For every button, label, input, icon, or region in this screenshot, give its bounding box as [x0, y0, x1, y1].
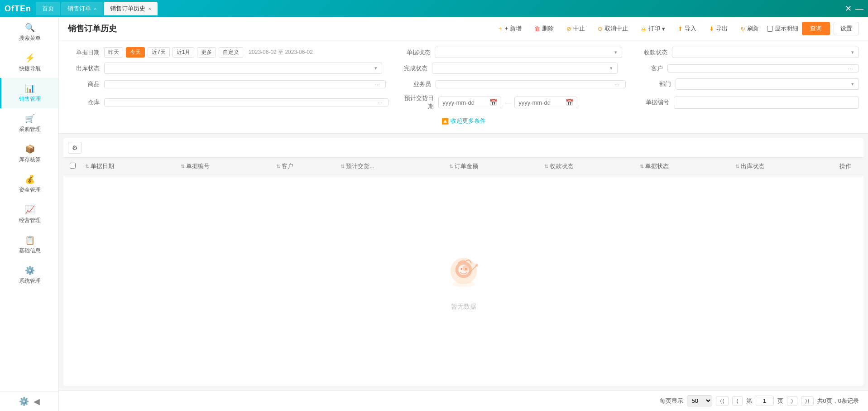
tab-sales-order-history[interactable]: 销售订单历史 ×: [104, 2, 157, 15]
svg-point-6: [465, 268, 466, 270]
expected-date-end-cal-icon[interactable]: 📅: [566, 99, 573, 106]
out-status-select[interactable]: ▾: [104, 63, 382, 74]
receipt-status-select[interactable]: ▾: [672, 47, 859, 58]
collapse-button[interactable]: 🔼 收起更多条件: [68, 115, 859, 127]
sidebar-item-basic-info[interactable]: 📋 基础信息: [0, 230, 58, 260]
sidebar-item-inventory[interactable]: 📦 库存核算: [0, 139, 58, 169]
query-button[interactable]: 查询: [802, 22, 830, 35]
filter-row-2: 出库状态 ▾ 完成状态 ▾ 客户: [68, 63, 859, 74]
goods-label: 商品: [68, 80, 104, 88]
header-bill-status[interactable]: 单据状态: [636, 158, 732, 175]
expected-date-start[interactable]: [442, 99, 488, 106]
receipt-status-control: ▾: [672, 47, 859, 58]
collapse-sidebar-icon[interactable]: ◀: [34, 396, 40, 406]
system-icon: ⚙️: [25, 266, 35, 276]
header-amount[interactable]: 订单金额: [446, 158, 541, 175]
dept-arrow: ▾: [851, 81, 854, 87]
next-page-btn[interactable]: ⟩: [787, 396, 797, 406]
sales-icon: 📊: [25, 83, 35, 93]
bill-status-arrow: ▾: [614, 49, 617, 55]
export-icon: ⬇: [709, 25, 714, 32]
header-expected[interactable]: 预计交货...: [337, 158, 445, 175]
sidebar-item-search[interactable]: 🔍 搜索菜单: [0, 17, 58, 48]
expected-date-control: 📅 — 📅: [438, 97, 623, 108]
salesman-control: ···: [436, 80, 625, 88]
salesman-ellipsis-btn[interactable]: ···: [612, 81, 623, 88]
stop-icon: ⊘: [566, 25, 571, 32]
select-all-checkbox[interactable]: [70, 163, 76, 169]
page-size-select[interactable]: 50 10 20 100: [687, 395, 712, 406]
import-button[interactable]: ⬆ 导入: [673, 22, 701, 35]
date-1month-btn[interactable]: 近1月: [173, 47, 195, 58]
date-yesterday-btn[interactable]: 昨天: [104, 47, 123, 58]
complete-status-select[interactable]: ▾: [432, 63, 617, 74]
date-today-btn[interactable]: 今天: [126, 47, 145, 58]
goods-ellipsis-btn[interactable]: ···: [372, 81, 383, 88]
svg-point-4: [462, 265, 468, 271]
sidebar-item-search-label: 搜索菜单: [19, 34, 41, 42]
sidebar-item-system[interactable]: ⚙️ 系统管理: [0, 260, 58, 290]
show-detail-label: 显示明细: [767, 24, 798, 33]
sidebar-item-sales[interactable]: 📊 销售管理: [0, 78, 58, 108]
header-date[interactable]: 单据日期: [82, 158, 177, 175]
toolbar: ＋ + 新增 🗑 删除 ⊘ 中止 ⊙ 取消中止 🖨 打印: [493, 22, 859, 35]
export-button[interactable]: ⬇ 导出: [705, 22, 732, 35]
column-settings-button[interactable]: ⚙: [68, 142, 82, 154]
tab-sales-order-history-close[interactable]: ×: [148, 6, 151, 11]
import-icon: ⬆: [678, 25, 683, 32]
cancel-stop-button[interactable]: ⊙ 取消中止: [593, 22, 633, 35]
dept-control: ▾: [676, 78, 859, 90]
header-out-status[interactable]: 出库状态: [732, 158, 827, 175]
print-button[interactable]: 🖨 打印 ▾: [636, 22, 670, 35]
top-bar-right: ✕ —: [845, 4, 863, 14]
last-page-btn[interactable]: ⟩⟩: [801, 396, 814, 406]
tab-sales-order-close[interactable]: ×: [94, 6, 96, 11]
sidebar-item-operations-label: 经营管理: [19, 217, 41, 224]
sidebar-item-purchase[interactable]: 🛒 采购管理: [0, 108, 58, 139]
warehouse-ellipsis-btn[interactable]: ···: [374, 99, 385, 106]
settings-bottom-icon[interactable]: ⚙️: [19, 396, 29, 406]
top-bar-minimize-icon[interactable]: —: [855, 4, 863, 14]
customer-ellipsis-btn[interactable]: ···: [845, 65, 856, 72]
warehouse-control: ···: [104, 98, 388, 106]
sidebar-item-operations[interactable]: 📈 经营管理: [0, 199, 58, 230]
header-receipt-status[interactable]: 收款状态: [541, 158, 636, 175]
bill-status-select[interactable]: ▾: [435, 47, 622, 58]
expected-date-start-cal-icon[interactable]: 📅: [489, 99, 497, 106]
total-text: 共0页，0条记录: [817, 397, 859, 405]
first-page-btn[interactable]: ⟨⟨: [716, 396, 729, 406]
tab-home-label: 首页: [42, 5, 54, 13]
bill-no-input[interactable]: [674, 97, 859, 109]
setting-button[interactable]: 设置: [834, 22, 859, 35]
stop-button[interactable]: ⊘ 中止: [562, 22, 590, 35]
prev-page-btn[interactable]: ⟨: [732, 396, 743, 406]
empty-text: 暂无数据: [451, 303, 476, 311]
customer-control: ···: [667, 64, 859, 73]
sidebar-item-quick-nav[interactable]: ⚡ 快捷导航: [0, 48, 58, 78]
tab-sales-order[interactable]: 销售订单 ×: [61, 2, 103, 15]
sidebar-item-finance[interactable]: 💰 资金管理: [0, 169, 58, 199]
page-input[interactable]: [756, 396, 774, 406]
delete-button[interactable]: 🗑 删除: [530, 22, 558, 35]
date-7days-btn[interactable]: 近7天: [148, 47, 170, 58]
filter-row-1: 单据日期 昨天 今天 近7天 近1月 更多 自定义 2023-06-02 至 2…: [68, 47, 859, 58]
expected-date-end[interactable]: [518, 99, 564, 106]
delete-icon: 🗑: [534, 25, 540, 32]
collapse-row: 🔼 收起更多条件: [68, 115, 859, 127]
sidebar-item-inventory-label: 库存核算: [19, 156, 41, 164]
dept-select[interactable]: ▾: [676, 78, 859, 90]
refresh-button[interactable]: ↻ 刷新: [736, 22, 763, 35]
top-bar-close-icon[interactable]: ✕: [845, 4, 852, 14]
tab-home[interactable]: 首页: [36, 2, 60, 15]
header-no[interactable]: 单据编号: [177, 158, 273, 175]
date-dash: —: [503, 99, 513, 106]
header-checkbox-cell: [63, 158, 82, 175]
date-custom-btn[interactable]: 自定义: [219, 47, 243, 58]
header-customer[interactable]: 客户: [273, 158, 337, 175]
svg-point-8: [475, 264, 478, 267]
expected-date-label: 预计交货日期: [402, 94, 438, 111]
new-button[interactable]: ＋ + 新增: [493, 22, 526, 35]
date-more-btn[interactable]: 更多: [197, 47, 216, 58]
show-detail-checkbox[interactable]: [767, 26, 773, 32]
brand-logo: OfTEn: [5, 4, 31, 14]
